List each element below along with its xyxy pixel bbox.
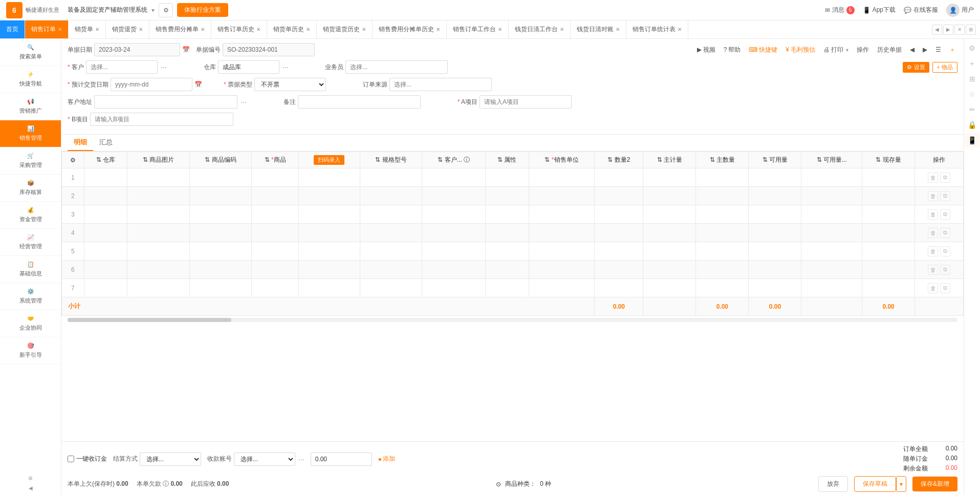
- nav-next-btn[interactable]: ▶: [921, 45, 929, 54]
- col-current-qty[interactable]: ⇅ 现存量: [862, 152, 915, 168]
- add-btn[interactable]: ● 添加: [378, 455, 395, 463]
- delete-icon[interactable]: 🗑: [928, 283, 938, 293]
- right-panel-star[interactable]: ☆: [965, 87, 979, 101]
- right-panel-edit[interactable]: ✏: [965, 102, 979, 117]
- row-warehouse[interactable]: [84, 187, 127, 205]
- operate-btn[interactable]: 操作: [855, 45, 871, 55]
- app-download-btn[interactable]: 📱 App下载: [863, 6, 896, 14]
- a-project-input[interactable]: [480, 95, 572, 109]
- col-goods[interactable]: ⇅ *商品: [252, 152, 299, 168]
- sidebar-item-system[interactable]: ⚙️ 系统管理: [0, 283, 61, 310]
- sidebar-item-purchase[interactable]: 🛒 采购管理: [0, 147, 61, 175]
- list-view-btn[interactable]: ☰: [933, 45, 943, 54]
- right-panel-lock[interactable]: 🔒: [965, 118, 979, 132]
- industry-btn[interactable]: 体验行业方案: [177, 3, 228, 17]
- row-unit[interactable]: [529, 187, 595, 205]
- delivery-calendar-icon[interactable]: 📅: [194, 81, 202, 88]
- remark-input[interactable]: [298, 95, 421, 109]
- row-available-qty[interactable]: [749, 187, 801, 205]
- right-panel-add[interactable]: +: [965, 56, 979, 71]
- nav-prev-btn[interactable]: ◀: [908, 45, 917, 54]
- nav-prev[interactable]: ◀: [932, 25, 942, 35]
- copy-icon[interactable]: ⧉: [940, 191, 950, 201]
- nav-next[interactable]: ▶: [943, 25, 953, 35]
- tab-home[interactable]: 首页: [0, 20, 25, 39]
- warehouse-more-btn[interactable]: ···: [282, 63, 289, 71]
- tab-cash-workbench[interactable]: 钱货日清工作台 ✕: [509, 20, 571, 39]
- message-btn[interactable]: ✉ 消息 6: [825, 6, 855, 14]
- order-source-input[interactable]: [389, 78, 492, 91]
- row-goods[interactable]: [252, 168, 299, 187]
- sidebar-item-enterprise[interactable]: 🤝 企业协同: [0, 310, 61, 337]
- row-current-qty[interactable]: [862, 168, 915, 187]
- copy-icon[interactable]: ⧉: [940, 246, 950, 256]
- row-spec[interactable]: [360, 187, 422, 205]
- sidebar-item-finance[interactable]: 💰 资金管理: [0, 202, 61, 229]
- col-image[interactable]: ⇅ 商品图片: [127, 152, 189, 168]
- date-input[interactable]: [94, 43, 180, 56]
- tab-sales-goods[interactable]: 销货单 ✕: [69, 20, 106, 39]
- sidebar-item-marketing[interactable]: 📢 营销推广: [0, 93, 61, 120]
- col-main-qty[interactable]: ⇅ 主数量: [696, 152, 749, 168]
- help-btn[interactable]: ? 帮助: [722, 45, 743, 55]
- copy-icon[interactable]: ⧉: [940, 209, 950, 220]
- one-click-check[interactable]: [68, 456, 74, 462]
- col-scan[interactable]: 扫码录入: [299, 152, 360, 168]
- customer-more-btn[interactable]: ···: [161, 63, 167, 71]
- add-goods-btn[interactable]: + 物品: [932, 62, 957, 73]
- sidebar-item-sales[interactable]: 📊 销售管理: [0, 120, 61, 147]
- row-main-unit[interactable]: [643, 168, 696, 187]
- tab-sales-fee[interactable]: 销售费用分摊单 ✕: [149, 20, 211, 39]
- receipt-more-btn[interactable]: ···: [298, 455, 304, 463]
- copy-icon[interactable]: ⧉: [940, 228, 950, 238]
- gear-button[interactable]: ⚙: [159, 3, 173, 17]
- close-icon[interactable]: ✕: [95, 27, 99, 32]
- tab-sales-return[interactable]: 销货退货 ✕: [106, 20, 149, 39]
- delete-icon[interactable]: 🗑: [928, 209, 938, 220]
- print-btn[interactable]: 🖨 打印 ▾: [821, 45, 851, 55]
- row-main-qty[interactable]: [696, 187, 749, 205]
- delivery-date-input[interactable]: [111, 78, 192, 91]
- system-dropdown-icon[interactable]: ▾: [151, 7, 155, 14]
- sidebar-settings-btn[interactable]: ⚙: [4, 476, 57, 481]
- sidebar-collapse-btn[interactable]: ◀: [4, 485, 57, 491]
- close-icon[interactable]: ✕: [616, 27, 620, 32]
- close-icon[interactable]: ✕: [139, 27, 143, 32]
- profit-btn[interactable]: ¥ 毛利预估: [783, 45, 817, 55]
- col-setting[interactable]: ⚙: [62, 152, 84, 168]
- row-code[interactable]: [189, 187, 252, 205]
- receipt-account-select[interactable]: 选择...: [234, 453, 295, 466]
- row-available-qty2[interactable]: [801, 187, 862, 205]
- save-new-btn[interactable]: 保存&新增: [912, 477, 957, 491]
- col-customer-code[interactable]: ⇅ 客户... ⓘ: [422, 152, 486, 168]
- payment-method-select[interactable]: 选择...: [140, 453, 201, 466]
- shortcut-btn[interactable]: ⌨ 快捷键: [747, 45, 779, 55]
- delete-icon[interactable]: 🗑: [928, 246, 938, 256]
- close-icon[interactable]: ✕: [678, 27, 682, 32]
- sidebar-item-base[interactable]: 📋 基础信息: [0, 256, 61, 283]
- right-panel-table[interactable]: ⊞: [965, 72, 979, 86]
- delete-icon[interactable]: 🗑: [928, 173, 938, 183]
- close-icon[interactable]: ✕: [362, 27, 366, 32]
- row-qty2[interactable]: [595, 168, 643, 187]
- close-icon[interactable]: ✕: [201, 27, 205, 32]
- close-icon[interactable]: ✕: [58, 27, 62, 32]
- close-icon[interactable]: ✕: [560, 27, 564, 32]
- salesperson-input[interactable]: [345, 60, 448, 74]
- close-icon[interactable]: ✕: [498, 27, 502, 32]
- tab-summary[interactable]: 汇总: [93, 135, 119, 151]
- row-goods[interactable]: [252, 187, 299, 205]
- col-available-qty[interactable]: ⇅ 可用量: [749, 152, 801, 168]
- one-click-checkbox[interactable]: 一键收订金: [68, 455, 107, 463]
- close-icon[interactable]: ✕: [306, 27, 310, 32]
- table-scrollbar[interactable]: [68, 318, 957, 322]
- col-qty2[interactable]: ⇅ 数量2: [595, 152, 643, 168]
- tab-sales-goods-hist[interactable]: 销货单历史 ✕: [267, 20, 317, 39]
- delete-icon[interactable]: 🗑: [928, 228, 938, 238]
- config-btn[interactable]: ⚙ 设置: [903, 62, 929, 73]
- new-btn[interactable]: ＋: [947, 45, 957, 55]
- customer-address-input[interactable]: [94, 95, 237, 109]
- copy-icon[interactable]: ⧉: [940, 173, 950, 183]
- b-project-input[interactable]: [90, 113, 233, 126]
- tab-sales-fee-hist[interactable]: 销售费用分摊单历史 ✕: [373, 20, 447, 39]
